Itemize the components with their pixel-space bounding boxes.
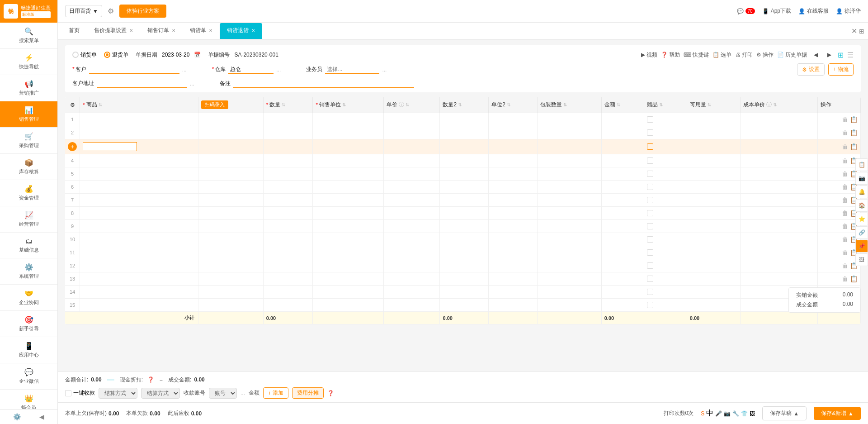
tab-close-icon[interactable]: ✕ xyxy=(209,28,212,33)
sidebar-item-member[interactable]: 👑 畅会员 xyxy=(0,390,57,409)
save-draft-btn[interactable]: 保存草稿 ▲ xyxy=(762,406,807,420)
app-download-btn[interactable]: 📱 App下载 xyxy=(762,7,791,15)
sort-icon[interactable]: ⇅ xyxy=(282,102,285,107)
sidebar-item-inventory[interactable]: 📦 库存核算 xyxy=(0,154,57,180)
warehouse-input[interactable] xyxy=(228,65,274,74)
tab-close-icon[interactable]: ✕ xyxy=(172,28,175,33)
add-logistics-btn[interactable]: + 物流 xyxy=(828,63,854,76)
gift-checkbox[interactable] xyxy=(647,116,653,123)
tab-close-icon[interactable]: ✕ xyxy=(251,28,255,33)
history-doc-btn[interactable]: 📄 历史单据 xyxy=(777,51,807,59)
sort-icon[interactable]: ⇅ xyxy=(617,102,620,107)
gift-checkbox[interactable] xyxy=(647,184,653,190)
delete-row-icon[interactable]: 🗑 xyxy=(842,157,848,164)
address-dots[interactable]: ... xyxy=(190,81,194,87)
sidebar-item-sales[interactable]: 📊 销售管理 xyxy=(0,101,57,128)
delete-row-icon[interactable]: 🗑 xyxy=(842,170,848,177)
warehouse-dots[interactable]: ... xyxy=(276,67,281,73)
sort-icon[interactable]: ⇅ xyxy=(563,102,567,107)
gift-checkbox[interactable] xyxy=(647,171,653,177)
sidebar-item-marketing[interactable]: 📢 营销推广 xyxy=(0,75,57,101)
float-star-btn[interactable]: ⭐ xyxy=(855,213,868,225)
sort-icon[interactable]: ⇅ xyxy=(99,102,102,107)
sidebar-item-wechat[interactable]: 💬 企业微信 xyxy=(0,363,57,390)
one-click-payment-checkbox[interactable]: 一键收款 xyxy=(65,389,95,397)
gift-checkbox[interactable] xyxy=(647,249,653,256)
experience-plan-btn[interactable]: 体验行业方案 xyxy=(119,5,166,18)
online-service-btn[interactable]: 👤 在线客服 xyxy=(798,7,829,15)
payment-checkbox[interactable] xyxy=(65,390,71,396)
delete-row-icon[interactable]: 🗑 xyxy=(842,262,848,269)
save-new-btn[interactable]: 保存&新增 ▲ xyxy=(814,407,861,420)
sidebar-settings-btn[interactable]: ⚙️ xyxy=(13,413,21,420)
sidebar-item-search[interactable]: 🔍 搜索菜单 xyxy=(0,23,57,49)
gift-checkbox[interactable] xyxy=(647,129,653,136)
delete-row-icon[interactable]: 🗑 xyxy=(842,116,848,123)
form-settings-btn[interactable]: ⚙ 设置 xyxy=(797,63,825,76)
gift-checkbox[interactable] xyxy=(647,236,653,243)
select-order-btn[interactable]: 📋 选单 xyxy=(712,51,731,59)
copy-row-icon[interactable]: 📋 xyxy=(850,116,858,123)
tab-sales-invoice[interactable]: 销货单 ✕ xyxy=(183,23,220,39)
grid-view-icon[interactable]: ⊞ xyxy=(838,51,844,59)
sidebar-item-apps[interactable]: 📱 应用中心 xyxy=(0,337,57,363)
float-camera-btn[interactable]: 📷 xyxy=(855,172,868,185)
float-pin-btn[interactable]: 📌 xyxy=(855,240,868,252)
sidebar-item-system[interactable]: ⚙️ 系统管理 xyxy=(0,258,57,285)
minus-icon[interactable]: — xyxy=(107,376,114,384)
gear-col-icon[interactable]: ⚙ xyxy=(70,102,75,108)
sort-icon[interactable]: ⇅ xyxy=(507,102,510,107)
tab-sales-return[interactable]: 销货退货 ✕ xyxy=(220,23,262,39)
delete-row-icon[interactable]: 🗑 xyxy=(842,223,848,230)
float-clipboard-btn[interactable]: 📋 xyxy=(855,158,868,171)
prev-doc-btn[interactable]: ◀ xyxy=(811,50,821,60)
radio-return[interactable]: 退货单 xyxy=(104,51,128,59)
account-select[interactable]: 账号 xyxy=(209,388,237,399)
tabs-close-all-btn[interactable]: ✕ xyxy=(851,27,857,35)
user-profile-btn[interactable]: 👤 徐泽华 xyxy=(836,7,861,15)
gift-checkbox[interactable] xyxy=(647,276,653,282)
help-btn[interactable]: ❓ 帮助 xyxy=(661,51,680,59)
sort-icon[interactable]: ⇅ xyxy=(773,102,777,107)
delete-row-icon[interactable]: 🗑 xyxy=(842,236,848,243)
sort-icon[interactable]: ⇅ xyxy=(342,102,346,107)
next-doc-btn[interactable]: ▶ xyxy=(824,50,834,60)
gift-checkbox[interactable] xyxy=(647,262,653,269)
sidebar-item-newbie[interactable]: 🎯 新手引导 xyxy=(0,311,57,337)
sidebar-item-enterprise[interactable]: 🤝 企业协同 xyxy=(0,285,57,311)
product-input[interactable] xyxy=(83,142,137,151)
message-btn[interactable]: 💬 70 xyxy=(737,8,755,14)
salesperson-dots[interactable]: ... xyxy=(382,67,387,73)
copy-row-icon[interactable]: 📋 xyxy=(850,129,858,136)
gift-checkbox[interactable] xyxy=(647,302,653,308)
sort-icon[interactable]: ⇅ xyxy=(659,102,663,107)
sort-icon[interactable]: ⇅ xyxy=(406,102,409,107)
tab-home[interactable]: 首页 xyxy=(61,23,87,39)
sidebar-collapse-btn[interactable]: ◀ xyxy=(39,413,44,420)
gift-checkbox[interactable] xyxy=(647,197,653,203)
gift-checkbox[interactable] xyxy=(647,223,653,229)
copy-row-icon[interactable]: 📋 xyxy=(850,275,858,282)
video-btn[interactable]: ▶ 视频 xyxy=(641,51,657,59)
salesperson-input[interactable] xyxy=(325,65,379,74)
calendar-icon[interactable]: 📅 xyxy=(194,52,201,58)
fee-help-icon[interactable]: ❓ xyxy=(327,390,334,396)
industry-select[interactable]: 日用百货 ▼ xyxy=(65,5,102,17)
float-bell-btn[interactable]: 🔔 xyxy=(855,186,868,198)
add-fee-btn[interactable]: + 添加 xyxy=(263,387,288,399)
sort-icon[interactable]: ⇅ xyxy=(708,102,711,107)
sidebar-item-purchase[interactable]: 🛒 采购管理 xyxy=(0,128,57,154)
address-input[interactable] xyxy=(97,79,187,88)
list-view-icon[interactable]: ☰ xyxy=(847,51,854,59)
float-link-btn[interactable]: 🔗 xyxy=(855,226,868,239)
sidebar-item-shortcut[interactable]: ⚡ 快捷导航 xyxy=(0,49,57,75)
tab-close-icon[interactable]: ✕ xyxy=(129,28,133,33)
float-image-btn[interactable]: 🖼 xyxy=(855,253,868,266)
shortcut-key-btn[interactable]: ⌨ 快捷键 xyxy=(684,51,709,59)
delete-row-icon[interactable]: 🗑 xyxy=(842,196,848,204)
gift-checkbox[interactable] xyxy=(647,157,653,164)
radio-sale[interactable]: 销货单 xyxy=(72,51,97,59)
print-btn[interactable]: 🖨 打印 xyxy=(735,51,753,59)
expense-split-btn[interactable]: 费用分摊 xyxy=(292,387,324,399)
sidebar-item-finance[interactable]: 💰 资金管理 xyxy=(0,180,57,206)
